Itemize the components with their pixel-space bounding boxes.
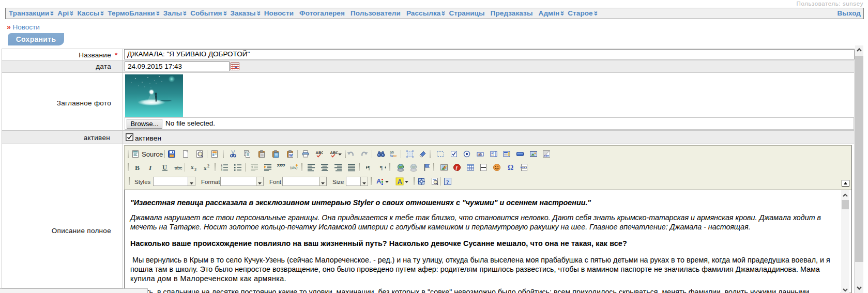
svg-text:Ω: Ω	[508, 164, 513, 172]
svg-text:A: A	[398, 178, 403, 186]
svg-text:A: A	[376, 177, 382, 185]
svg-text:W: W	[289, 153, 293, 157]
svg-text:2: 2	[194, 167, 196, 172]
svg-text:¶: ¶	[368, 164, 370, 171]
svg-text:3: 3	[221, 168, 222, 172]
svg-text:””: ””	[277, 163, 285, 172]
svg-text:x: x	[191, 164, 194, 170]
svg-text:ABC: ABC	[316, 150, 324, 155]
svg-text:?: ?	[446, 179, 449, 185]
svg-text:ab: ab	[478, 152, 482, 156]
svg-text:ab: ab	[390, 150, 394, 154]
svg-text:cd: cd	[491, 153, 494, 157]
svg-text:ac: ac	[393, 154, 397, 158]
svg-text:I: I	[148, 164, 152, 172]
svg-text:x: x	[204, 165, 207, 171]
svg-text:ABC: ABC	[330, 150, 338, 155]
svg-text:cdn: cdn	[544, 154, 549, 157]
svg-text:2: 2	[207, 164, 209, 168]
svg-text:¶: ¶	[380, 164, 383, 171]
svg-text:B: B	[135, 164, 140, 172]
